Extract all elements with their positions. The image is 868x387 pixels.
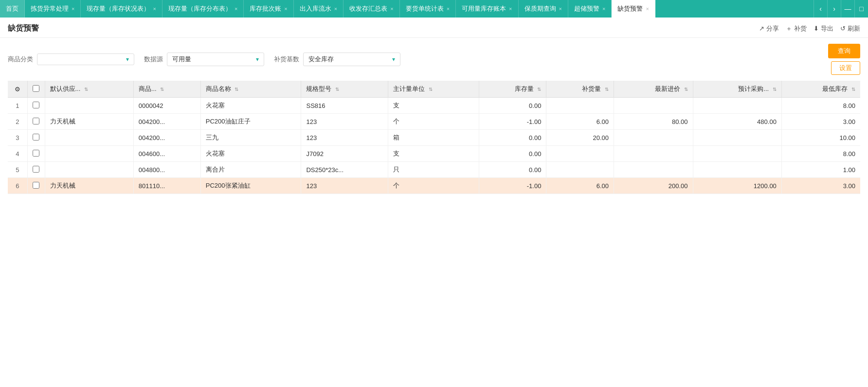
refresh-button[interactable]: ↺ 刷新 [840,24,860,33]
row-unit-1: 支 [388,98,479,114]
row-supplier-5 [45,162,133,178]
tab-batch[interactable]: 库存批次账 × [244,0,293,18]
col-goods-code[interactable]: 商品... ⇅ [133,81,200,98]
col-est-purchase[interactable]: 预计采购... ⇅ [693,81,781,98]
row-num-4: 4 [8,146,27,162]
close-tab-demand[interactable]: × [447,6,450,12]
tab-inventory-status[interactable]: 现存量（库存状况表） × [81,0,162,18]
tab-available[interactable]: 可用量库存账本 × [456,0,518,18]
row-num-2: 2 [8,114,27,130]
refresh-icon: ↺ [840,25,846,32]
close-tab-inventory-status[interactable]: × [153,6,156,12]
category-filter-group: 商品分类 ▾ [8,53,134,65]
row-goods-name-5: 离合片 [200,162,301,178]
table-row: 5 004800... 离合片 DS250*23c... 只 0.00 1.00 [8,162,860,178]
close-tab-recv[interactable]: × [390,6,393,12]
row-goods-name-4: 火花塞 [200,146,301,162]
row-min-stock-5: 1.00 [781,162,860,178]
row-spec-3: 123 [301,130,388,146]
tab-home[interactable]: 首页 [0,0,25,18]
row-stock-2: -1.00 [479,114,546,130]
row-num-1: 1 [8,98,27,114]
row-goods-code-6: 801110... [133,178,200,194]
close-tab-shortage[interactable]: × [646,6,649,12]
tab-recv[interactable]: 收发存汇总表 × [344,0,399,18]
tab-window-max[interactable]: □ [854,0,868,18]
close-tab-batch[interactable]: × [284,6,287,12]
col-stock[interactable]: 库存量 ⇅ [479,81,546,98]
replenish-button[interactable]: ＋ 补货 [786,24,807,33]
close-tab-available[interactable]: × [509,6,512,12]
row-checkbox-4[interactable] [27,146,45,162]
page-header: 缺货预警 ↗ 分享 ＋ 补货 ⬇ 导出 ↺ 刷新 [0,18,868,38]
col-replenish[interactable]: 补货量 ⇅ [546,81,614,98]
tab-window-min[interactable]: — [841,0,854,18]
share-button[interactable]: ↗ 分享 [759,24,779,33]
supplier-sort-icon: ⇅ [84,87,88,92]
row-stock-5: 0.00 [479,162,546,178]
tab-demand[interactable]: 要货单统计表 × [400,0,456,18]
row-checkbox-5[interactable] [27,162,45,178]
row-num-3: 3 [8,130,27,146]
row-checkbox-1[interactable] [27,98,45,114]
row-checkbox-2[interactable] [27,114,45,130]
col-min-stock[interactable]: 最低库存 ⇅ [781,81,860,98]
unit-sort-icon: ⇅ [429,87,433,92]
row-unit-6: 个 [388,178,479,194]
tab-inventory-dist[interactable]: 现存量（库存分布表） × [163,0,244,18]
goods-code-sort-icon: ⇅ [160,87,164,92]
row-goods-code-1: 0000042 [133,98,200,114]
row-spec-4: J7092 [301,146,388,162]
close-tab-inout[interactable]: × [334,6,337,12]
row-goods-code-3: 004200... [133,130,200,146]
close-tab-process[interactable]: × [72,6,74,12]
row-spec-6: 123 [301,178,388,194]
gear-icon[interactable]: ⚙ [15,86,20,93]
close-tab-inventory-dist[interactable]: × [235,6,237,12]
row-goods-code-2: 004200... [133,114,200,130]
tab-scroll-left[interactable]: ‹ [814,0,827,18]
row-min-stock-1: 8.00 [781,98,860,114]
close-tab-expiry[interactable]: × [559,6,562,12]
col-latest-price[interactable]: 最新进价 ⇅ [614,81,693,98]
select-all-checkbox[interactable] [33,85,39,92]
row-stock-6: -1.00 [479,178,546,194]
datasource-chevron-icon: ▾ [256,56,259,63]
tab-overstock[interactable]: 超储预警 × [568,0,612,18]
tab-expiry[interactable]: 保质期查询 × [519,0,568,18]
tab-shortage[interactable]: 缺货预警 × [612,0,655,18]
row-replenish-6: 6.00 [546,178,614,194]
filter-actions: 查询 设置 [828,44,860,75]
col-supplier[interactable]: 默认供应... ⇅ [45,81,133,98]
min-stock-sort-icon: ⇅ [851,87,855,92]
close-tab-overstock[interactable]: × [602,6,605,12]
row-latest-price-6: 200.00 [614,178,693,194]
settings-button[interactable]: 设置 [831,61,860,75]
row-checkbox-3[interactable] [27,130,45,146]
table-row: 3 004200... 三九 123 箱 0.00 20.00 10.00 [8,130,860,146]
col-unit[interactable]: 主计量单位 ⇅ [388,81,479,98]
tab-process[interactable]: 拣货异常处理 × [25,0,81,18]
filter-bar: 商品分类 ▾ 数据源 可用量 ▾ 补货基数 安全库存 ▾ 查询 设置 [0,38,868,81]
query-button[interactable]: 查询 [828,44,860,58]
tab-inout[interactable]: 出入库流水 × [294,0,344,18]
tab-bar: 首页 拣货异常处理 × 现存量（库存状况表） × 现存量（库存分布表） × 库存… [0,0,868,18]
row-est-purchase-5 [693,162,781,178]
row-unit-5: 只 [388,162,479,178]
datasource-select[interactable]: 可用量 ▾ [167,53,264,66]
tab-scroll-right[interactable]: › [827,0,841,18]
est-purchase-sort-icon: ⇅ [773,87,777,92]
row-latest-price-5 [614,162,693,178]
col-goods-name[interactable]: 商品名称 ⇅ [200,81,301,98]
replenish-base-select[interactable]: 安全库存 ▾ [303,53,400,66]
table-body: 1 0000042 火花塞 SS816 支 0.00 8.00 2 力天机械 0… [8,98,860,194]
datasource-label: 数据源 [144,55,163,64]
row-supplier-1 [45,98,133,114]
row-spec-5: DS250*23c... [301,162,388,178]
spec-sort-icon: ⇅ [335,87,339,92]
category-select[interactable]: ▾ [37,53,134,65]
share-icon: ↗ [759,25,764,32]
export-button[interactable]: ⬇ 导出 [814,24,833,33]
row-checkbox-6[interactable] [27,178,45,194]
col-spec[interactable]: 规格型号 ⇅ [301,81,388,98]
